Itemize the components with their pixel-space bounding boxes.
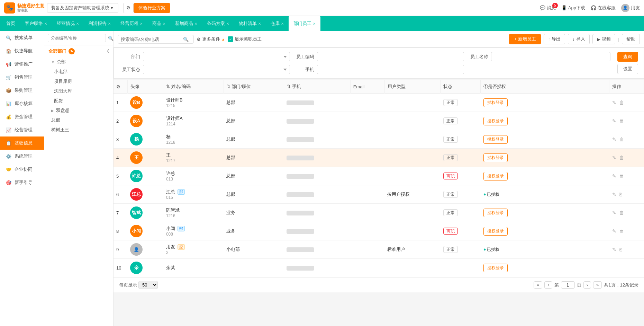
dept-node-zongbu2[interactable]: 总部 — [44, 115, 113, 125]
status-select[interactable] — [143, 65, 290, 74]
auth-button[interactable]: 授权登录 — [483, 153, 508, 162]
auth-button[interactable]: 授权登录 — [483, 98, 508, 107]
close-icon[interactable]: ✕ — [44, 22, 47, 26]
search-input[interactable] — [121, 37, 183, 42]
dept-search-input[interactable] — [48, 34, 106, 42]
delete-icon[interactable]: 🗑 — [619, 118, 624, 124]
emp-code-input[interactable] — [317, 52, 464, 61]
edit-icon[interactable]: ✎ — [612, 192, 616, 197]
page-size-select[interactable]: 50 100 — [138, 281, 158, 289]
dept-node-puti[interactable]: 椭树王三 — [44, 125, 113, 135]
close-icon[interactable]: ✕ — [163, 22, 165, 26]
page-input[interactable] — [561, 281, 575, 289]
trial-button[interactable]: 体验行业方案 — [134, 3, 170, 13]
delete-icon[interactable]: 🗑 — [619, 155, 624, 160]
add-employee-button[interactable]: + 新增员工 — [509, 34, 541, 44]
app-download-button[interactable]: 📱 App下载 — [561, 5, 585, 11]
col-settings[interactable]: ⚙ — [114, 80, 127, 94]
table-settings-icon[interactable]: ⚙ — [116, 84, 120, 89]
auth-button[interactable]: 授权登录 — [483, 135, 508, 144]
show-resigned-checkbox[interactable]: ✓ 显示离职员工 — [228, 36, 262, 42]
edit-icon[interactable]: ✎ — [612, 100, 616, 105]
tab-customer[interactable]: 客户联络 ✕ — [20, 16, 52, 31]
prev-page-button[interactable]: ‹ — [544, 281, 552, 289]
close-icon[interactable]: ✕ — [108, 22, 111, 26]
close-icon[interactable]: ✕ — [258, 22, 261, 26]
col-dept[interactable]: ⇅ 部门/职位 — [224, 80, 284, 94]
more-conditions-button[interactable]: ⚙ 更多条件 ▲ — [197, 36, 225, 42]
dept-node-peihuo[interactable]: 配货 — [44, 96, 113, 106]
dept-root-label[interactable]: 全部部门 ✎ 《 — [44, 45, 113, 57]
close-icon[interactable]: ✕ — [76, 22, 79, 26]
sidebar-item-cooperation[interactable]: 🤝 企业协同 — [0, 163, 44, 176]
last-page-button[interactable]: » — [593, 281, 602, 289]
search-submit-icon[interactable]: 🔍 — [183, 37, 189, 42]
tab-bom[interactable]: 物料清单 ✕ — [234, 16, 266, 31]
edit-icon[interactable]: ✎ — [612, 118, 616, 124]
delete-icon[interactable]: 🗑 — [619, 173, 624, 179]
sidebar-item-quicknav[interactable]: 🏠 快捷导航 — [0, 44, 44, 58]
edit-icon[interactable]: ✎ — [612, 210, 616, 215]
tab-dept-staff[interactable]: 部门员工 ✕ — [289, 16, 320, 31]
edit-icon[interactable]: ✎ — [612, 155, 616, 160]
sidebar-item-guide[interactable]: 🎯 新手引导 — [0, 176, 44, 189]
delete-icon[interactable]: 🗑 — [619, 100, 624, 105]
sidebar-item-purchase[interactable]: 📦 采购管理 — [0, 84, 44, 97]
tab-warehouse[interactable]: 仓库 ✕ — [266, 16, 289, 31]
edit-icon[interactable]: ✎ — [612, 136, 616, 142]
close-icon[interactable]: ✕ — [140, 22, 143, 26]
tab-profit[interactable]: 利润报告 ✕ — [84, 16, 116, 31]
close-icon[interactable]: ✕ — [281, 22, 284, 26]
sidebar-item-finance[interactable]: 💰 资金管理 — [0, 110, 44, 123]
message-button[interactable]: 💬 消息 5 — [540, 5, 556, 11]
delete-icon[interactable]: 🗑 — [619, 136, 624, 142]
next-page-button[interactable]: › — [583, 281, 591, 289]
sidebar-item-system[interactable]: ⚙️ 系统管理 — [0, 150, 44, 163]
service-button[interactable]: 🎧 在线客服 — [591, 5, 616, 11]
tab-operation-status[interactable]: 经营情况 ✕ — [52, 16, 84, 31]
auth-button[interactable]: 授权登录 — [483, 227, 508, 236]
sidebar-item-sales[interactable]: 🛒 销售管理 — [0, 71, 44, 84]
edit-icon[interactable]: ✎ — [612, 173, 616, 179]
tab-home[interactable]: 首页 — [1, 16, 20, 31]
sidebar-item-basicinfo[interactable]: 📋 基础信息 — [0, 136, 44, 150]
col-name[interactable]: ⇅ 姓名/编码 — [163, 80, 224, 94]
phone-input[interactable] — [317, 65, 464, 74]
auth-button[interactable]: 授权登录 — [483, 264, 508, 272]
dept-node-zongbu[interactable]: ▼ 总部 — [44, 57, 113, 67]
import-button[interactable]: ↓ 导入 — [568, 34, 590, 44]
edit-dept-icon[interactable]: ✎ — [69, 48, 75, 54]
edit-icon[interactable]: ✎ — [612, 228, 616, 234]
search-button[interactable]: 查询 — [617, 52, 638, 62]
user-button[interactable]: 👤 用友 — [621, 4, 640, 12]
tab-new-product[interactable]: 新增商品 ✕ — [170, 16, 202, 31]
dept-node-shuangpan[interactable]: ▶ 双盘想 — [44, 106, 113, 115]
tab-history[interactable]: 经营历程 ✕ — [116, 16, 147, 31]
sidebar-item-inventory[interactable]: 📊 库存核算 — [0, 97, 44, 110]
delete-icon[interactable]: 🗑 — [619, 228, 624, 234]
auth-button[interactable]: 授权登录 — [483, 117, 508, 125]
dept-node-xiaodian[interactable]: 小电部 — [44, 67, 113, 77]
dept-node-xiangmu[interactable]: 项目库房 — [44, 77, 113, 86]
auth-button[interactable]: 授权登录 — [483, 172, 508, 180]
close-icon[interactable]: ✕ — [313, 22, 316, 26]
settings-button[interactable]: ⚙ — [123, 3, 134, 13]
dept-node-shenyang[interactable]: 沈阳大库 — [44, 86, 113, 96]
edit-icon[interactable]: ✎ — [612, 247, 616, 252]
tab-product[interactable]: 商品 ✕ — [147, 16, 170, 31]
close-icon[interactable]: ✕ — [194, 22, 197, 26]
dept-select[interactable] — [143, 52, 290, 61]
sidebar-item-operation[interactable]: 📈 经营管理 — [0, 123, 44, 136]
help-button[interactable]: 帮助 — [622, 34, 640, 44]
collapse-icon[interactable]: 《 — [105, 49, 109, 54]
video-button[interactable]: ▶ 视频 — [592, 34, 615, 44]
dept-search-icon[interactable]: 🔍 — [108, 36, 114, 41]
system-selector[interactable]: 装备及固定资产辅助管理系统 ▾ — [47, 3, 118, 13]
export-button[interactable]: ↑ 导出 — [544, 34, 565, 44]
first-page-button[interactable]: « — [534, 281, 542, 289]
sidebar-item-search[interactable]: 🔍 搜索菜单 — [0, 31, 44, 44]
copy-icon[interactable]: ⎘ — [619, 247, 622, 252]
reset-button[interactable]: 设置 — [617, 64, 638, 74]
sidebar-item-marketing[interactable]: 📢 营销推广 — [0, 58, 44, 71]
delete-icon[interactable]: 🗑 — [619, 210, 624, 215]
